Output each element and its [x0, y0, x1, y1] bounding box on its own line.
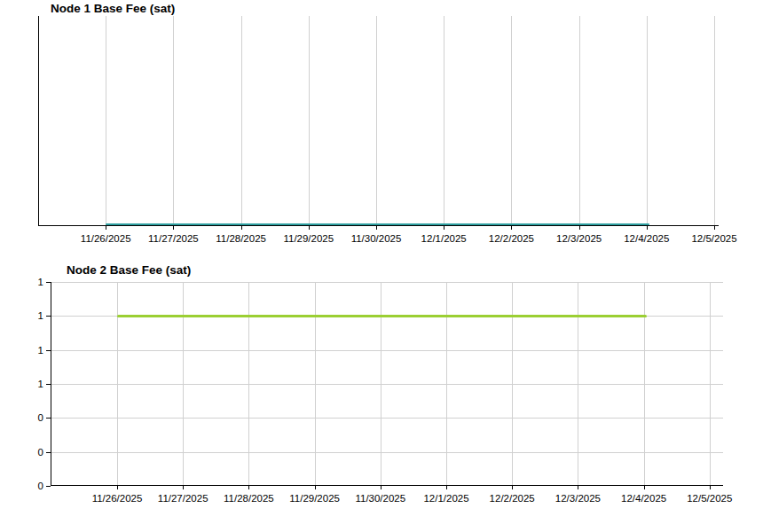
y-tick-label: 1 [15, 344, 43, 356]
x-tick [714, 226, 715, 230]
x-tick-label: 11/30/2025 [351, 233, 402, 244]
y-tick-label: 0 [15, 446, 43, 458]
y-tick [46, 350, 51, 351]
node2-chart-title: Node 2 Base Fee (sat) [67, 263, 191, 277]
x-tick-label: 11/29/2025 [289, 493, 340, 504]
y-tick-label: 1 [15, 309, 43, 322]
node1-chart-title: Node 1 Base Fee (sat) [51, 2, 175, 15]
x-tick-label: 12/1/2025 [421, 233, 467, 244]
x-tick [446, 486, 447, 489]
x-tick [376, 226, 377, 230]
x-tick-label: 11/30/2025 [355, 493, 405, 504]
x-tick [710, 486, 711, 489]
x-tick [578, 486, 578, 489]
x-tick [315, 486, 316, 489]
y-tick [46, 384, 51, 385]
x-tick-label: 12/5/2025 [687, 493, 732, 504]
y-tick-label: 1 [15, 378, 43, 390]
node1-plot-area [38, 16, 719, 226]
x-tick [512, 486, 513, 489]
y-tick [46, 418, 51, 419]
y-tick [46, 452, 51, 453]
x-tick [106, 226, 106, 230]
x-tick-label: 11/26/2025 [92, 493, 143, 504]
x-tick-label: 12/4/2025 [624, 233, 669, 244]
node2-plot-area [51, 282, 723, 486]
x-tick [173, 226, 174, 230]
x-tick-label: 12/4/2025 [621, 493, 666, 504]
x-tick-label: 12/3/2025 [556, 233, 602, 244]
x-tick-label: 11/29/2025 [283, 233, 334, 244]
x-tick [241, 226, 242, 230]
x-tick-label: 12/1/2025 [423, 493, 468, 504]
x-tick [444, 226, 444, 230]
x-tick-label: 12/2/2025 [489, 233, 534, 244]
x-tick-label: 11/28/2025 [224, 493, 274, 504]
x-tick-label: 12/3/2025 [555, 493, 601, 504]
x-tick-label: 12/5/2025 [691, 233, 736, 244]
x-tick [644, 486, 645, 489]
y-tick-label: 0 [15, 480, 43, 492]
x-tick-label: 11/26/2025 [81, 233, 131, 244]
x-tick-label: 12/2/2025 [490, 493, 535, 504]
x-tick [579, 226, 580, 230]
x-tick-label: 11/27/2025 [158, 493, 208, 504]
x-tick [381, 486, 382, 489]
series-line-node1-base-fee [106, 223, 649, 225]
base-fee-charts-canvas: Node 1 Base Fee (sat) Node 2 Base Fee (s… [0, 0, 763, 532]
x-tick [248, 486, 249, 489]
y-tick [46, 486, 51, 487]
y-tick-label: 0 [15, 411, 43, 424]
x-tick [117, 486, 118, 489]
x-tick [511, 226, 512, 230]
series-line-node2-base-fee [117, 315, 647, 317]
y-tick-label: 1 [15, 276, 43, 288]
y-tick [46, 316, 51, 317]
x-tick [309, 226, 310, 230]
x-tick [183, 486, 184, 489]
x-tick-label: 11/28/2025 [216, 233, 266, 244]
x-tick-label: 11/27/2025 [148, 233, 199, 244]
x-tick [647, 226, 648, 230]
y-tick [46, 282, 51, 283]
